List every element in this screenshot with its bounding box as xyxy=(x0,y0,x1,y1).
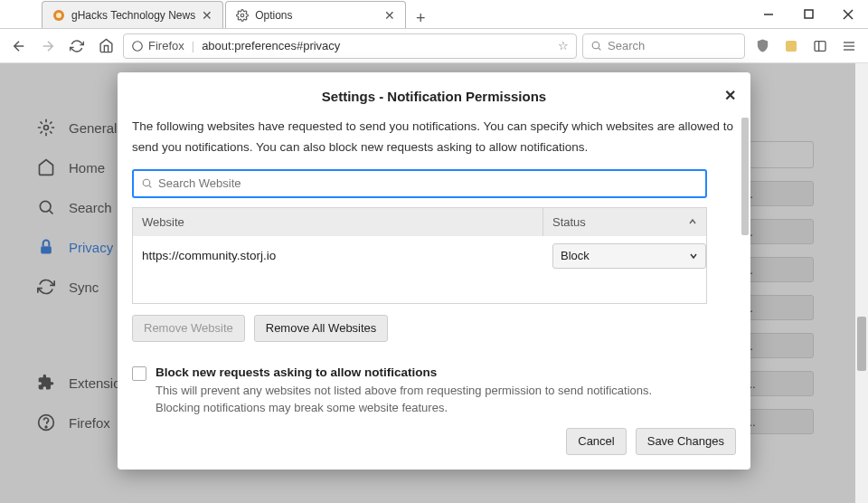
cancel-button[interactable]: Cancel xyxy=(566,428,626,455)
chevron-down-icon xyxy=(689,252,698,261)
identity-box: Firefox xyxy=(131,39,184,52)
reload-button[interactable] xyxy=(65,34,89,58)
svg-point-7 xyxy=(133,41,143,51)
close-window-button[interactable] xyxy=(828,0,868,28)
close-icon[interactable]: ✕ xyxy=(201,9,213,22)
block-new-requests-checkbox[interactable] xyxy=(132,366,146,381)
dialog-description: The following websites have requested to… xyxy=(132,117,736,158)
browser-tab-ghacks[interactable]: gHacks Technology News ✕ xyxy=(42,1,223,28)
svg-rect-4 xyxy=(805,10,813,18)
permissions-table: Website Status https://community.storj.i… xyxy=(132,207,707,304)
svg-point-2 xyxy=(241,14,244,17)
search-icon xyxy=(590,40,602,52)
svg-point-1 xyxy=(56,13,61,18)
svg-point-8 xyxy=(592,42,599,49)
table-row[interactable]: https://community.storj.io Block xyxy=(133,236,706,276)
maximize-button[interactable] xyxy=(788,0,828,28)
identity-label: Firefox xyxy=(148,39,184,52)
status-select[interactable]: Block xyxy=(552,243,706,269)
dialog-scrollbar[interactable] xyxy=(740,118,750,459)
search-bar[interactable]: Search xyxy=(582,33,745,59)
firefox-icon xyxy=(131,40,144,52)
url-text: about:preferences#privacy xyxy=(202,39,340,52)
notification-permissions-dialog: Settings - Notification Permissions ✕ Th… xyxy=(118,72,750,470)
address-bar[interactable]: Firefox | about:preferences#privacy ☆ xyxy=(123,33,577,59)
favicon-ghacks xyxy=(52,8,66,23)
remove-all-websites-button[interactable]: Remove All Websites xyxy=(254,315,389,342)
forward-button[interactable] xyxy=(36,34,60,58)
svg-rect-11 xyxy=(815,41,826,51)
save-changes-button[interactable]: Save Changes xyxy=(636,428,736,455)
tab-title: Options xyxy=(255,9,378,22)
checkbox-help: This will prevent any websites not liste… xyxy=(156,383,698,417)
page-scrollbar[interactable] xyxy=(855,63,868,503)
new-tab-button[interactable]: + xyxy=(408,9,433,28)
column-website[interactable]: Website xyxy=(133,208,543,236)
home-button[interactable] xyxy=(94,34,118,58)
column-status[interactable]: Status xyxy=(543,208,706,236)
search-icon xyxy=(141,177,153,189)
search-placeholder: Search xyxy=(608,39,645,52)
website-cell: https://community.storj.io xyxy=(133,242,543,270)
remove-website-button[interactable]: Remove Website xyxy=(132,315,245,342)
sidebar-toggle-icon[interactable] xyxy=(808,34,832,58)
ublock-icon[interactable] xyxy=(750,34,774,58)
checkbox-label: Block new requests asking to allow notif… xyxy=(156,365,698,379)
svg-point-22 xyxy=(143,180,150,187)
search-field[interactable] xyxy=(158,176,698,190)
minimize-button[interactable] xyxy=(749,0,788,28)
gear-icon xyxy=(235,8,250,23)
dialog-title: Settings - Notification Permissions xyxy=(322,89,546,104)
svg-line-9 xyxy=(599,48,600,50)
menu-button[interactable] xyxy=(837,34,861,58)
tab-title: gHacks Technology News xyxy=(71,9,195,22)
close-icon[interactable]: ✕ xyxy=(383,9,396,22)
bookmark-star-icon[interactable]: ☆ xyxy=(558,39,569,52)
browser-tab-options[interactable]: Options ✕ xyxy=(225,1,406,28)
svg-rect-10 xyxy=(786,41,797,52)
search-website-input[interactable] xyxy=(132,169,707,198)
svg-line-23 xyxy=(149,185,151,187)
dialog-close-button[interactable]: ✕ xyxy=(722,87,738,103)
extension-icon[interactable] xyxy=(779,34,803,58)
back-button[interactable] xyxy=(7,34,31,58)
sort-arrow-icon xyxy=(688,217,697,226)
